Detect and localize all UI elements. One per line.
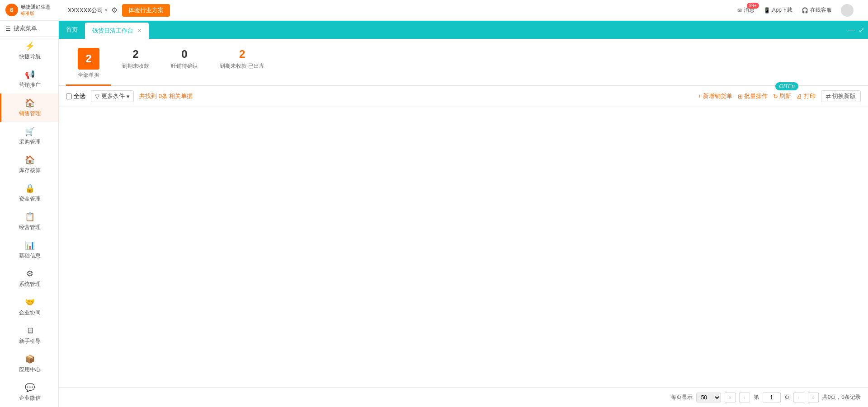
sidebar-item-inventory[interactable]: 🏠 库存核算 — [0, 150, 58, 179]
add-order-button[interactable]: + 新增销货单 — [698, 92, 732, 100]
avatar[interactable] — [841, 4, 854, 17]
app-header: 6 畅捷通好生意 标准版 XXXXXX公司 ▾ ⚙ 体验行业方案 ✉ 消息 99… — [0, 0, 868, 21]
quick-nav-icon: ⚡ — [25, 41, 35, 51]
company-selector[interactable]: XXXXXX公司 ▾ — [68, 6, 108, 14]
tab-bar-actions: — ⤢ — [848, 26, 868, 34]
count-unit: 条 相关单据 — [162, 93, 193, 99]
filter-icon: ▽ — [95, 93, 99, 100]
per-page-select[interactable]: 50 100 200 — [696, 393, 721, 402]
logo-subtitle: 标准版 — [21, 10, 51, 17]
sidebar-item-sales[interactable]: 🏠 销售管理 — [0, 94, 58, 122]
appstore-icon: 📦 — [25, 354, 35, 364]
stat-tab-overdue-shipped[interactable]: 2 到期未收款 已出库 — [209, 44, 275, 86]
search-menu[interactable]: ☰ 搜索菜单 — [0, 21, 58, 37]
sidebar-label-operation: 经营管理 — [19, 224, 41, 231]
page-content: 2 全部单据 2 到期未收款 0 旺铺待确认 2 到期未收款 已出库 — [59, 39, 868, 407]
tab-expand-icon[interactable]: ⤢ — [859, 26, 864, 34]
tab-home[interactable]: 首页 — [59, 21, 85, 39]
sidebar-item-system[interactable]: ⚙ 系统管理 — [0, 264, 58, 293]
app-download-button[interactable]: 📱 App下载 — [764, 6, 793, 14]
result-count: 共找到 0条 相关单据 — [139, 92, 193, 100]
online-service-button[interactable]: 🎧 在线客服 — [802, 6, 832, 14]
logo: 6 畅捷通好生意 标准版 — [5, 4, 64, 16]
sidebar-item-basic[interactable]: 📊 基础信息 — [0, 236, 58, 264]
toolbar-right: + 新增销货单 ⊞ 批量操作 ↻ 刷新 🖨 打印 ⇄ — [698, 90, 861, 102]
last-page-button[interactable]: » — [808, 392, 819, 403]
sidebar-label-system: 系统管理 — [19, 281, 41, 288]
logo-text-block: 畅捷通好生意 标准版 — [21, 4, 51, 16]
sidebar-item-marketing[interactable]: 📢 营销推广 — [0, 65, 58, 94]
wechat-icon: 💬 — [25, 383, 35, 393]
tab-minimize-icon[interactable]: — — [848, 26, 855, 34]
first-page-button[interactable]: « — [725, 392, 736, 403]
filter-arrow-icon: ▾ — [127, 93, 130, 100]
stat-tab-all[interactable]: 2 全部单据 — [66, 44, 111, 86]
sidebar-item-quick-nav[interactable]: ⚡ 快捷导航 — [0, 37, 58, 65]
logo-title: 畅捷通好生意 — [21, 4, 51, 10]
sidebar-label-appstore: 应用中心 — [19, 366, 41, 374]
refresh-label: 刷新 — [779, 92, 791, 100]
sidebar: ☰ 搜索菜单 ⚡ 快捷导航 📢 营销推广 🏠 销售管理 🛒 采购管理 🏠 库存核… — [0, 21, 59, 407]
stats-bar: 2 全部单据 2 到期未收款 0 旺铺待确认 2 到期未收款 已出库 — [59, 39, 868, 86]
sidebar-label-sales: 销售管理 — [19, 110, 41, 117]
message-button[interactable]: ✉ 消息 99+ — [737, 6, 755, 14]
next-page-button[interactable]: › — [793, 392, 804, 403]
page-input[interactable] — [763, 392, 781, 403]
stat-tab-wangwang[interactable]: 0 旺铺待确认 — [160, 44, 209, 86]
sidebar-item-appstore[interactable]: 📦 应用中心 — [0, 350, 58, 378]
settings-icon[interactable]: ⚙ — [111, 6, 118, 14]
table-area — [59, 107, 868, 387]
tab-workbench-label: 钱货日清工作台 — [92, 27, 133, 35]
often-badge: OfTEn — [775, 82, 798, 90]
search-icon: ☰ — [5, 25, 11, 32]
sidebar-item-operation[interactable]: 📋 经营管理 — [0, 207, 58, 236]
sidebar-label-guide: 新手引导 — [19, 337, 41, 345]
logo-icon: 6 — [5, 4, 18, 16]
operation-icon: 📋 — [25, 212, 35, 222]
select-all-input[interactable] — [66, 94, 72, 99]
system-icon: ⚙ — [25, 269, 35, 279]
basic-icon: 📊 — [25, 240, 35, 250]
print-label: 打印 — [804, 92, 816, 100]
sidebar-label-quick-nav: 快捷导航 — [19, 53, 41, 61]
select-all-checkbox[interactable]: 全选 — [66, 92, 85, 100]
sidebar-label-basic: 基础信息 — [19, 252, 41, 260]
stat-count-wangwang: 0 — [171, 48, 198, 61]
header-right: ✉ 消息 99+ 📱 App下载 🎧 在线客服 — [737, 4, 863, 17]
tab-close-icon[interactable]: ✕ — [137, 28, 142, 34]
filter-button[interactable]: ▽ 更多条件 ▾ — [91, 90, 134, 102]
trial-button[interactable]: 体验行业方案 — [122, 4, 170, 17]
refresh-icon: ↻ — [773, 93, 778, 100]
purchase-icon: 🛒 — [25, 126, 35, 136]
main-layout: ☰ 搜索菜单 ⚡ 快捷导航 📢 营销推广 🏠 销售管理 🛒 采购管理 🏠 库存核… — [0, 21, 868, 407]
guide-icon: 🖥 — [25, 326, 35, 336]
tab-workbench[interactable]: 钱货日清工作台 ✕ — [85, 23, 149, 39]
stat-count-all: 2 — [78, 48, 99, 70]
filter-label: 更多条件 — [101, 92, 125, 100]
per-page-label: 每页显示 — [671, 393, 693, 401]
stat-tab-overdue[interactable]: 2 到期未收款 — [111, 44, 160, 86]
sidebar-item-finance[interactable]: 🔒 资金管理 — [0, 179, 58, 207]
sidebar-item-corp[interactable]: 🤝 企业协同 — [0, 293, 58, 321]
sidebar-label-inventory: 库存核算 — [19, 167, 41, 174]
message-icon: ✉ — [737, 7, 742, 14]
page-suffix: 页 — [784, 393, 790, 401]
inventory-icon: 🏠 — [25, 155, 35, 165]
page-label: 第 — [754, 393, 759, 401]
sidebar-label-corp: 企业协同 — [19, 309, 41, 317]
refresh-button[interactable]: ↻ 刷新 — [773, 92, 791, 100]
batch-button[interactable]: ⊞ 批量操作 — [738, 92, 768, 100]
print-button[interactable]: 🖨 打印 — [797, 92, 816, 100]
prev-page-button[interactable]: ‹ — [739, 392, 750, 403]
sidebar-item-purchase[interactable]: 🛒 采购管理 — [0, 122, 58, 150]
sidebar-item-guide[interactable]: 🖥 新手引导 — [0, 321, 58, 350]
sidebar-label-wechat: 企业微信 — [19, 394, 41, 402]
search-menu-label: 搜索菜单 — [14, 24, 37, 33]
count-prefix: 共找到 — [139, 93, 157, 99]
tab-bar: 首页 钱货日清工作台 ✕ — ⤢ — [59, 21, 868, 39]
stat-count-overdue-shipped: 2 — [220, 48, 264, 61]
service-icon: 🎧 — [802, 7, 808, 14]
switch-version-button[interactable]: ⇄ 切换新版 — [821, 90, 861, 102]
sidebar-item-wechat[interactable]: 💬 企业微信 — [0, 378, 58, 407]
count-value: 0 — [159, 93, 162, 99]
